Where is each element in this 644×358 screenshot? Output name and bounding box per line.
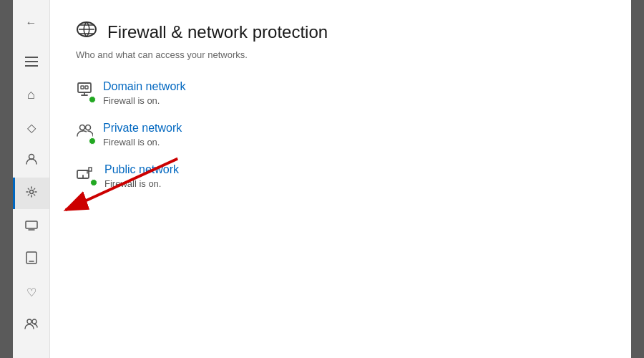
right-edge [631, 0, 644, 358]
page-subtitle: Who and what can access your networks. [76, 49, 605, 60]
svg-point-5 [32, 319, 36, 324]
device-icon [26, 251, 37, 268]
domain-network-status: Firewall is on. [103, 95, 186, 106]
public-network-status: Firewall is on. [104, 178, 179, 189]
sidebar-item-home[interactable]: ⌂ [13, 79, 49, 110]
svg-point-4 [27, 319, 31, 324]
users-icon [24, 317, 39, 334]
back-button[interactable]: ← [13, 7, 49, 39]
public-network-section: Public network Firewall is on. [76, 163, 605, 189]
sidebar-item-firewall[interactable] [13, 178, 49, 209]
left-edge [0, 0, 13, 358]
private-badge [89, 137, 96, 145]
domain-network-name[interactable]: Domain network [103, 80, 186, 93]
public-network-icon [76, 165, 94, 185]
domain-network-icon [76, 82, 93, 102]
svg-rect-7 [78, 83, 91, 92]
sidebar-item-app[interactable] [13, 211, 49, 242]
private-network-status: Firewall is on. [103, 137, 182, 147]
private-network-info: Private network Firewall is on. [103, 122, 182, 147]
sidebar-item-family[interactable]: ♡ [13, 276, 49, 308]
public-network-info: Public network Firewall is on. [104, 163, 179, 189]
svg-rect-2 [26, 221, 37, 228]
domain-network-section: Domain network Firewall is on. [76, 80, 605, 106]
sidebar-item-users[interactable] [13, 309, 49, 341]
svg-point-11 [86, 125, 91, 130]
public-badge [90, 179, 97, 186]
back-icon: ← [26, 16, 37, 29]
firewall-icon [25, 185, 38, 201]
sidebar-item-account[interactable] [13, 145, 49, 176]
domain-badge [89, 96, 96, 103]
sidebar-item-device[interactable] [13, 243, 49, 275]
page-title: Firewall & network protection [107, 22, 328, 42]
sidebar-item-shield[interactable]: ◇ [13, 112, 49, 143]
svg-point-1 [29, 190, 33, 194]
svg-point-10 [80, 125, 85, 130]
page-header: Firewall & network protection [76, 20, 605, 44]
home-icon: ⌂ [27, 87, 35, 102]
main-content: Firewall & network protection Who and wh… [50, 0, 631, 358]
app-icon [25, 219, 38, 234]
private-network-name[interactable]: Private network [103, 122, 182, 135]
shield-icon: ◇ [27, 121, 36, 135]
main-window: ← ⌂ ◇ [0, 0, 644, 358]
page-header-icon [76, 20, 97, 44]
family-icon: ♡ [26, 286, 36, 299]
domain-network-info: Domain network Firewall is on. [103, 80, 186, 106]
private-network-section: Private network Firewall is on. [76, 122, 605, 147]
svg-rect-9 [85, 86, 88, 89]
private-network-icon [76, 123, 93, 143]
sidebar-item-hamburger[interactable] [13, 46, 49, 77]
hamburger-icon [25, 57, 38, 67]
svg-rect-8 [81, 86, 84, 89]
account-icon [25, 153, 38, 169]
sidebar: ← ⌂ ◇ [13, 0, 50, 358]
public-network-name[interactable]: Public network [104, 163, 179, 176]
